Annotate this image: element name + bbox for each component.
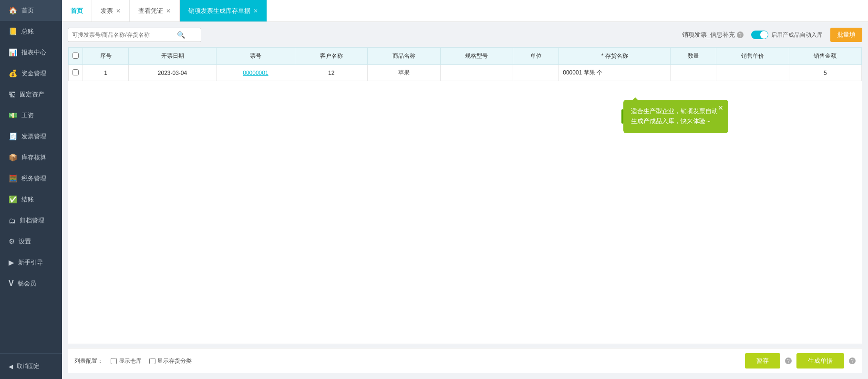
batch-fill-button[interactable]: 批量填 — [830, 28, 862, 42]
tab-home[interactable]: 首页 — [62, 0, 92, 21]
show-warehouse-checkbox[interactable] — [111, 358, 117, 364]
toggle-wrap: 启用产成品自动入库 — [751, 31, 823, 39]
row-ticket-no-link[interactable]: 00000001 — [243, 70, 268, 76]
col-header-unit: 单位 — [513, 48, 559, 65]
tab-bar: 首页 发票 ✕ 查看凭证 ✕ 销项发票生成库存单据 ✕ — [62, 0, 868, 22]
sidebar-label-ledger: 总账 — [21, 27, 34, 36]
info-label-text: 销项发票_信息补充 — [682, 31, 735, 39]
sidebar-item-fixed-assets[interactable]: 🏗 固定资产 — [0, 84, 62, 105]
fixed-assets-icon: 🏗 — [9, 91, 16, 99]
sidebar-item-inventory[interactable]: 📦 库存核算 — [0, 147, 62, 168]
col-header-seq: 序号 — [83, 48, 129, 65]
col-header-inventory: * 存货名称 — [559, 48, 671, 65]
search-icon[interactable]: 🔍 — [177, 31, 185, 39]
save-help-icon[interactable]: ? — [785, 358, 792, 364]
tooltip-close-button[interactable]: ✕ — [718, 103, 723, 113]
data-table: 序号 开票日期 票号 客户名称 商品名称 规格型号 单位 * 存货名称 数量 销… — [68, 47, 862, 81]
sidebar-item-closing[interactable]: ✅ 结账 — [0, 189, 62, 210]
col-header-amount: 销售金额 — [789, 48, 861, 65]
sidebar-label-home: 首页 — [21, 6, 34, 15]
unpin-button[interactable]: ◀ 取消固定 — [0, 358, 62, 375]
sidebar-item-payroll[interactable]: 💵 工资 — [0, 105, 62, 126]
info-label: 销项发票_信息补充 ? — [682, 31, 744, 39]
unpin-icon: ◀ — [9, 363, 13, 370]
sidebar-item-guide[interactable]: ▶ 新手引导 — [0, 252, 62, 273]
col-header-date: 开票日期 — [129, 48, 217, 65]
sidebar-item-home[interactable]: 🏠 首页 — [0, 0, 62, 21]
row-qty — [671, 65, 716, 81]
row-ticket-no[interactable]: 00000001 — [216, 65, 295, 81]
tab-invoice-close[interactable]: ✕ — [116, 8, 121, 14]
toggle-label: 启用产成品自动入库 — [771, 31, 823, 39]
row-customer: 12 — [295, 65, 367, 81]
report-icon: 📊 — [9, 48, 18, 57]
select-all-checkbox[interactable] — [72, 53, 79, 59]
col-header-spec: 规格型号 — [440, 48, 513, 65]
payroll-icon: 💵 — [9, 111, 18, 120]
row-checkbox-cell — [69, 65, 83, 81]
closing-icon: ✅ — [9, 195, 18, 204]
sidebar-label-vip: 畅会员 — [18, 279, 36, 288]
row-date: 2023-03-04 — [129, 65, 217, 81]
tab-voucher-close[interactable]: ✕ — [166, 8, 171, 14]
sidebar-item-report-center[interactable]: 📊 报表中心 — [0, 42, 62, 63]
tab-invoice[interactable]: 发票 ✕ — [92, 0, 130, 21]
col-header-unit-price: 销售单价 — [716, 48, 789, 65]
save-button[interactable]: 暂存 — [745, 353, 780, 368]
fund-icon: 💰 — [9, 69, 18, 78]
bottom-left: 列表配置： 显示仓库 显示存货分类 — [74, 357, 192, 365]
sidebar-item-settings[interactable]: ⚙ 设置 — [0, 231, 62, 252]
sidebar: 🏠 首页 📒 总账 📊 报表中心 💰 资金管理 🏗 固定资产 💵 工资 🧾 发票… — [0, 0, 62, 379]
row-unit — [513, 65, 559, 81]
row-inventory-name[interactable]: 000001 苹果 个 — [559, 65, 671, 81]
ledger-icon: 📒 — [9, 27, 18, 36]
sidebar-item-vip[interactable]: V 畅会员 — [0, 273, 62, 294]
row-product-name: 苹果 — [368, 65, 440, 81]
tab-voucher-label: 查看凭证 — [138, 7, 163, 15]
sidebar-label-settings: 设置 — [19, 237, 31, 246]
toolbar-right: 销项发票_信息补充 ? 启用产成品自动入库 批量填 — [682, 28, 862, 42]
auto-warehouse-toggle[interactable] — [751, 31, 768, 39]
show-warehouse-text: 显示仓库 — [119, 357, 142, 365]
sidebar-label-guide: 新手引导 — [18, 258, 43, 267]
tab-inventory-close[interactable]: ✕ — [253, 8, 258, 14]
generate-help-icon[interactable]: ? — [849, 358, 856, 364]
sidebar-item-archive[interactable]: 🗂 归档管理 — [0, 210, 62, 231]
tooltip-indicator — [621, 109, 623, 124]
generate-button[interactable]: 生成单据 — [796, 353, 844, 368]
show-category-checkbox[interactable] — [149, 358, 155, 364]
home-icon: 🏠 — [9, 6, 18, 15]
show-warehouse-label[interactable]: 显示仓库 — [111, 357, 142, 365]
table-wrap: 序号 开票日期 票号 客户名称 商品名称 规格型号 单位 * 存货名称 数量 销… — [68, 47, 862, 344]
vip-icon: V — [9, 279, 14, 288]
row-checkbox[interactable] — [72, 69, 79, 75]
tab-create-inventory[interactable]: 销项发票生成库存单据 ✕ — [180, 0, 267, 21]
show-category-text: 显示存货分类 — [157, 357, 192, 365]
search-box[interactable]: 🔍 — [68, 28, 201, 42]
bottom-bar: 列表配置： 显示仓库 显示存货分类 暂存 ? 生成单据 ? — [68, 348, 862, 373]
tab-view-voucher[interactable]: 查看凭证 ✕ — [130, 0, 180, 21]
table-row: 1 2023-03-04 00000001 12 苹果 000001 苹果 个 … — [69, 65, 862, 81]
sidebar-label-inventory: 库存核算 — [21, 153, 46, 162]
sidebar-item-fund-management[interactable]: 💰 资金管理 — [0, 63, 62, 84]
main-area: 首页 发票 ✕ 查看凭证 ✕ 销项发票生成库存单据 ✕ 🔍 销项发票_信息补充 … — [62, 0, 868, 379]
col-header-qty: 数量 — [671, 48, 716, 65]
archive-icon: 🗂 — [9, 217, 16, 225]
sidebar-bottom: ◀ 取消固定 — [0, 353, 62, 379]
col-header-product: 商品名称 — [368, 48, 440, 65]
toggle-knob — [760, 31, 768, 39]
tab-invoice-label: 发票 — [101, 7, 113, 15]
search-input[interactable] — [72, 32, 177, 38]
sidebar-item-tax-management[interactable]: 🧮 税务管理 — [0, 168, 62, 189]
row-amount: 5 — [789, 65, 861, 81]
invoice-icon: 🧾 — [9, 132, 18, 141]
settings-icon: ⚙ — [9, 237, 15, 246]
row-seq: 1 — [83, 65, 129, 81]
sidebar-item-invoice-management[interactable]: 🧾 发票管理 — [0, 126, 62, 147]
col-header-checkbox — [69, 48, 83, 65]
show-category-label[interactable]: 显示存货分类 — [149, 357, 192, 365]
sidebar-item-general-ledger[interactable]: 📒 总账 — [0, 21, 62, 42]
sidebar-label-payroll: 工资 — [21, 111, 34, 120]
sidebar-label-archive: 归档管理 — [20, 216, 44, 225]
info-icon[interactable]: ? — [737, 32, 744, 38]
